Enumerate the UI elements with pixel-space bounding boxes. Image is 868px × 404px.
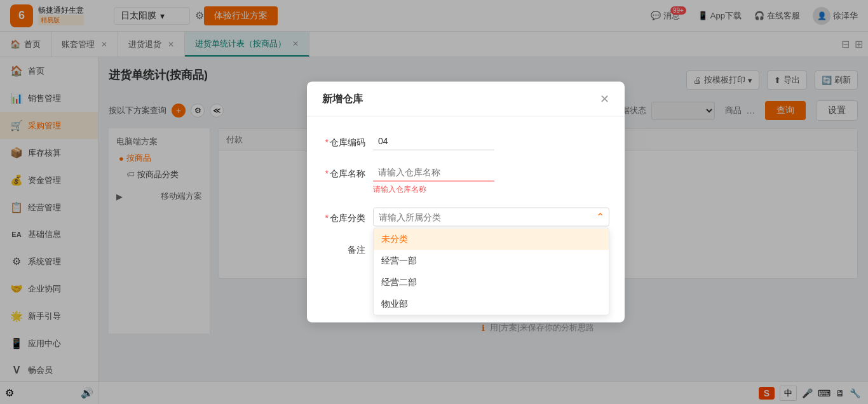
category-select-wrapper: ⌃ 未分类 经营一部 经营二部 物业部: [373, 208, 609, 227]
add-warehouse-modal: 新增仓库 ✕ 仓库编码 仓库名称 请输入仓库名称 仓库分类 ⌃: [307, 82, 625, 323]
modal-header: 新增仓库 ✕: [307, 82, 625, 117]
form-row-category: 仓库分类 ⌃ 未分类 经营一部 经营二部 物业部: [322, 208, 609, 227]
modal-body: 仓库编码 仓库名称 请输入仓库名称 仓库分类 ⌃ 未分类: [307, 117, 625, 286]
dropdown-item-label-1: 经营一部: [381, 255, 417, 266]
category-input[interactable]: [373, 208, 609, 227]
form-row-code: 仓库编码: [322, 132, 609, 151]
dropdown-item-dept1[interactable]: 经营一部: [374, 250, 609, 272]
name-label: 仓库名称: [322, 163, 373, 180]
note-label: 备注: [322, 239, 373, 256]
name-input[interactable]: [373, 163, 494, 182]
dropdown-item-property[interactable]: 物业部: [374, 293, 609, 315]
dropdown-item-uncategorized[interactable]: 未分类: [374, 229, 609, 250]
name-error-text: 请输入仓库名称: [373, 184, 609, 195]
code-wrapper: [373, 132, 609, 151]
category-label: 仓库分类: [322, 208, 373, 224]
dropdown-item-label-3: 物业部: [381, 299, 408, 309]
form-row-name: 仓库名称 请输入仓库名称: [322, 163, 609, 195]
name-wrapper: 请输入仓库名称: [373, 163, 609, 195]
dropdown-item-label-0: 未分类: [381, 234, 408, 244]
modal-title: 新增仓库: [322, 92, 363, 105]
code-label: 仓库编码: [322, 132, 373, 149]
dropdown-item-dept2[interactable]: 经营二部: [374, 272, 609, 293]
code-input[interactable]: [373, 132, 494, 151]
category-dropdown: 未分类 经营一部 经营二部 物业部: [373, 228, 609, 316]
dropdown-item-label-2: 经营二部: [381, 277, 417, 287]
modal-close-btn[interactable]: ✕: [600, 92, 609, 106]
